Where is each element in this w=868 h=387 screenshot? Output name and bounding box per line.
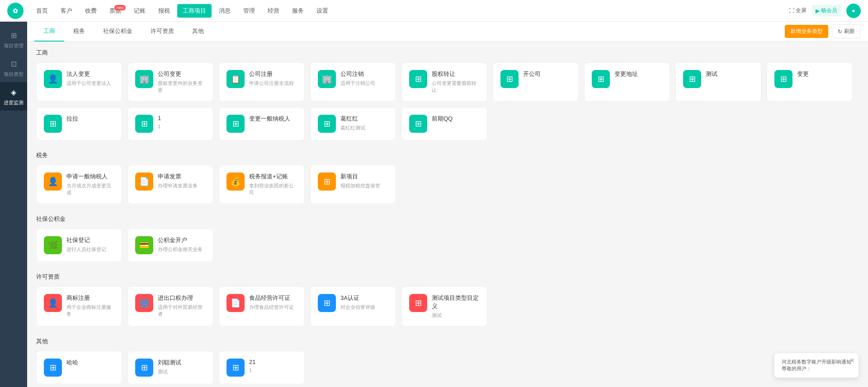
card-one[interactable]: ⊞ 1 1: [127, 107, 213, 140]
card-icon-shenqing-nashui: 👤: [44, 173, 62, 191]
tab-bar-actions: 新增业务类型 ↻ 刷新: [785, 24, 861, 38]
nav-ticket[interactable]: 票据 new: [104, 4, 127, 18]
ticket-badge: new: [114, 5, 126, 10]
gongshang-cards: 👤 法人变更 适用于公司变更法人 🏢 公司变更 股权变更外的业务变更 📋 公司注…: [36, 62, 859, 140]
card-icon-21: ⊞: [226, 359, 245, 377]
nav-client[interactable]: 客户: [55, 4, 78, 18]
top-nav: ✿ 首页 客户 收费 票据 new 记账 报税 工商项目 消息 管理 经营 服务…: [0, 0, 868, 22]
xuke-cards: 👤 商标注册 用于企业商标注册服务 🌐 进出口权办理 适用于对外贸易经营者 📄 …: [36, 286, 859, 326]
card-icon-gongsi-zhuce: 📋: [226, 70, 245, 88]
logo[interactable]: ✿: [7, 3, 24, 19]
tab-shebao[interactable]: 社保公积金: [94, 22, 142, 42]
card-icon-gongjijin: 💳: [135, 236, 153, 254]
card-icon-qianqi-qq: ⊞: [409, 115, 427, 133]
nav-industry[interactable]: 工商项目: [177, 4, 212, 18]
card-icon-biangeng-dizhi: ⊞: [592, 70, 610, 88]
nav-items: 首页 客户 收费 票据 new 记账 报税 工商项目 消息 管理 经营 服务 设…: [31, 4, 789, 18]
card-21[interactable]: ⊞ 21 1: [219, 351, 305, 384]
nav-home[interactable]: 首页: [31, 4, 53, 18]
card-jinchuku[interactable]: 🌐 进出口权办理 适用于对外贸易经营者: [127, 286, 213, 326]
card-gongsi-zhuxiao[interactable]: 🏢 公司注销 适用于注销公司: [310, 62, 396, 102]
tab-bar: 工商 税务 社保公积金 许可资质 其他 新增业务类型 ↻ 刷新: [27, 22, 868, 42]
notification-text: 河北税务数字账户升级影响通知尊敬的用户：: [782, 359, 851, 372]
card-icon-guquan: ⊞: [409, 70, 427, 88]
nav-service[interactable]: 服务: [287, 4, 309, 18]
progress-monitor-icon: ◈: [8, 87, 19, 98]
member-button[interactable]: ▶ 畅会员: [812, 5, 841, 16]
main-content: 工商 税务 社保公积金 许可资质 其他 新增业务类型 ↻ 刷新 工商 👤 法人变…: [27, 22, 868, 387]
card-icon-one: ⊞: [135, 115, 153, 133]
card-qianqi-qq[interactable]: ⊞ 前期QQ: [401, 107, 487, 140]
card-shipin-xuke[interactable]: 📄 食品经营许可证 办理食品经营许可证: [219, 286, 305, 326]
card-icon-biangeng-nashui: ⊞: [226, 115, 245, 133]
card-guquan-zhuanrang[interactable]: ⊞ 股权转让 公司变更需要股权转让: [401, 62, 487, 102]
refresh-button[interactable]: ↻ 刷新: [832, 24, 861, 38]
card-liucong-ceshi[interactable]: ⊞ 刘聪测试 测试: [127, 351, 213, 384]
card-gehonghong[interactable]: ⊞ 葛红红 葛红红测试: [310, 107, 396, 140]
card-icon-shebao-dengji: 🌿: [44, 236, 62, 254]
card-shebao-dengji[interactable]: 🌿 社保登记 进行人员社保登记: [36, 228, 122, 262]
card-3a-renzheng[interactable]: ⊞ 3A认证 对企业信誉评级: [310, 286, 396, 326]
shuiwu-cards: 👤 申请一般纳税人 当月或次月成变更完成 📄 申请发票 办理申请发票业务 💰 税…: [36, 165, 859, 204]
section-title-xuke: 许可资质: [36, 273, 859, 281]
card-icon-ceshi-leixing: ⊞: [409, 294, 427, 312]
nav-bookkeeping[interactable]: 记账: [128, 4, 151, 18]
sidebar: ⊞ 项目管理 ⊡ 项目类型 ◈ 进度监测: [0, 22, 27, 387]
card-kai-gongsi[interactable]: ⊞ 开公司: [493, 62, 579, 102]
nav-right: ⛶ 全屏 ▶ 畅会员 ●: [789, 4, 861, 18]
card-icon-ceshi: ⊞: [683, 70, 701, 88]
project-type-icon: ⊡: [8, 58, 19, 69]
new-type-button[interactable]: 新增业务类型: [785, 25, 828, 38]
nav-manage[interactable]: 管理: [238, 4, 260, 18]
nav-operation[interactable]: 经营: [262, 4, 285, 18]
card-icon-fazren: 👤: [44, 70, 62, 88]
card-biangeng-nashui[interactable]: ⊞ 变更一般纳税人: [219, 107, 305, 140]
nav-settings[interactable]: 设置: [311, 4, 334, 18]
nav-fee[interactable]: 收费: [80, 4, 102, 18]
tab-gongshang[interactable]: 工商: [34, 22, 64, 42]
card-shangbiao-zhuce[interactable]: 👤 商标注册 用于企业商标注册服务: [36, 286, 122, 326]
card-icon-xin-xiangmu: ⊞: [318, 173, 336, 191]
project-manage-icon: ⊞: [8, 30, 19, 41]
tab-xuke[interactable]: 许可资质: [142, 22, 183, 42]
card-ceshi[interactable]: ⊞ 测试: [675, 62, 761, 102]
card-gongjijin-kaihu[interactable]: 💳 公积金开户 办理公积金相关业务: [127, 228, 213, 262]
nav-message[interactable]: 消息: [213, 4, 236, 18]
fullscreen-button[interactable]: ⛶ 全屏: [789, 7, 807, 14]
card-icon-gongsi-zhuxiao: 🏢: [318, 70, 336, 88]
sidebar-item-project-type[interactable]: ⊡ 项目类型: [0, 54, 27, 82]
card-icon-shipin: 📄: [226, 294, 245, 312]
sidebar-item-progress-monitor[interactable]: ◈ 进度监测: [0, 82, 27, 111]
nav-tax[interactable]: 报税: [153, 4, 175, 18]
card-icon-gehonghong: ⊞: [318, 115, 336, 133]
card-icon-kai-gongsi: ⊞: [500, 70, 519, 88]
qita-cards: ⊞ 哈哈 ⊞ 刘聪测试 测试 ⊞ 21 1: [36, 351, 859, 384]
card-haha[interactable]: ⊞ 哈哈: [36, 351, 122, 384]
card-lala[interactable]: ⊞ 拉拉: [36, 107, 122, 140]
notification-panel: ✕ 河北税务数字账户升级影响通知尊敬的用户：: [774, 353, 859, 378]
section-title-qita: 其他: [36, 337, 859, 345]
tab-qita[interactable]: 其他: [183, 22, 213, 42]
card-biangeng-dizhi[interactable]: ⊞ 变更地址: [584, 62, 670, 102]
card-gongsi-biangeng[interactable]: 🏢 公司变更 股权变更外的业务变更: [127, 62, 213, 102]
tab-shuiwu[interactable]: 税务: [64, 22, 94, 42]
refresh-icon: ↻: [838, 28, 842, 35]
card-icon-lala: ⊞: [44, 115, 62, 133]
card-shuiwu-baodao[interactable]: 💰 税务报道+记账 拿到营业执照的新公司: [219, 165, 305, 204]
card-icon-shenqing-fapiao: 📄: [135, 173, 153, 191]
card-icon-3a: ⊞: [318, 294, 336, 312]
user-avatar[interactable]: ●: [846, 4, 861, 18]
card-icon-biangeng: ⊞: [774, 70, 793, 88]
card-fazhen-biangeng[interactable]: 👤 法人变更 适用于公司变更法人: [36, 62, 122, 102]
card-biangeng[interactable]: ⊞ 变更: [767, 62, 853, 102]
notification-close-button[interactable]: ✕: [849, 357, 855, 364]
card-gongsi-zhuce[interactable]: 📋 公司注册 申请公司注册全流程: [219, 62, 305, 102]
card-xin-xiangmu[interactable]: ⊞ 新项目 报税加税控盘保管: [310, 165, 396, 204]
sidebar-item-project-manage[interactable]: ⊞ 项目管理: [0, 25, 27, 54]
card-icon-jinchuku: 🌐: [135, 294, 153, 312]
card-shenqing-nashui[interactable]: 👤 申请一般纳税人 当月或次月成变更完成: [36, 165, 122, 204]
card-shenqing-fapiao[interactable]: 📄 申请发票 办理申请发票业务: [127, 165, 213, 204]
card-icon-liucong: ⊞: [135, 359, 153, 377]
section-title-shuiwu: 税务: [36, 151, 859, 159]
card-ceshi-leixing[interactable]: ⊞ 测试项目类型目定义 测试: [401, 286, 487, 326]
